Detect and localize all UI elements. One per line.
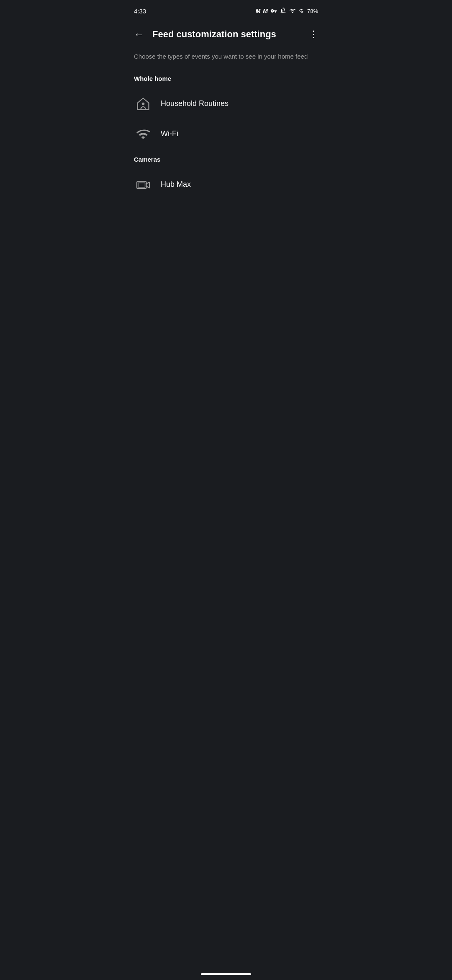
wifi-item-icon (134, 125, 152, 143)
bell-mute-icon (280, 8, 286, 14)
status-bar: 4:33 M M 78% (126, 0, 326, 20)
gmail-icon-1: M (256, 8, 261, 14)
camera-icon (134, 175, 152, 194)
page-title: Feed customization settings (152, 29, 300, 40)
household-routines-icon (134, 95, 152, 113)
hub-max-label: Hub Max (161, 180, 191, 189)
svg-rect-2 (138, 183, 145, 187)
signal-icon (299, 8, 305, 14)
status-time: 4:33 (134, 8, 146, 15)
svg-point-0 (142, 102, 145, 105)
gmail-icon-2: M (263, 8, 268, 14)
section-whole-home-header: Whole home (126, 72, 326, 89)
back-button[interactable]: ← (132, 27, 146, 42)
back-arrow-icon: ← (134, 28, 144, 40)
header: ← Feed customization settings ⋮ (126, 20, 326, 49)
section-cameras-header: Cameras (126, 152, 326, 170)
list-item-hub-max[interactable]: Hub Max (126, 170, 326, 200)
more-options-button[interactable]: ⋮ (307, 27, 320, 41)
more-dots-icon: ⋮ (309, 29, 318, 40)
household-routines-label: Household Routines (161, 99, 229, 108)
key-icon (270, 8, 277, 14)
status-icons: M M 78% (256, 8, 318, 14)
gesture-bar (201, 973, 251, 975)
section-divider (126, 149, 326, 152)
page-description: Choose the types of events you want to s… (126, 49, 326, 72)
wifi-status-icon (289, 8, 296, 14)
list-item-wifi[interactable]: Wi-Fi (126, 119, 326, 149)
list-item-household-routines[interactable]: Household Routines (126, 89, 326, 119)
battery-indicator: 78% (307, 8, 318, 14)
wifi-label: Wi-Fi (161, 129, 178, 138)
